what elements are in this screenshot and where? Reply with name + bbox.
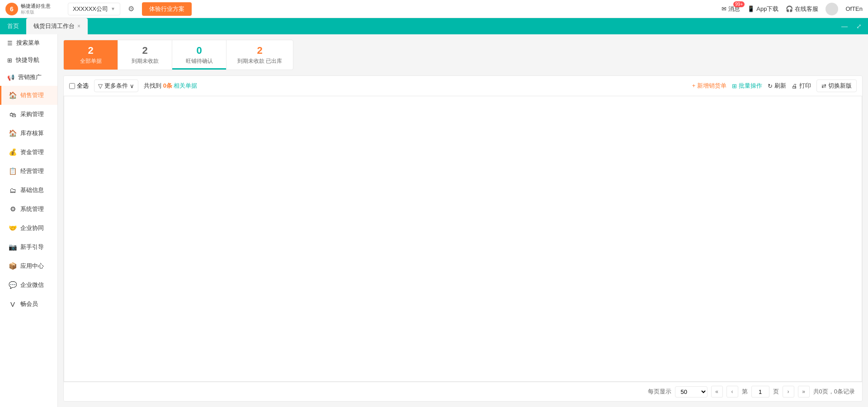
sidebar-search[interactable]: ☰ 搜索菜单 bbox=[0, 34, 57, 51]
sidebar-item-sales[interactable]: 🏠 销售管理 bbox=[0, 86, 57, 105]
stats-tab-all[interactable]: 2 全部单据 bbox=[64, 40, 118, 70]
select-all-label: 全选 bbox=[77, 82, 89, 90]
stats-wangpu-num: 0 bbox=[183, 45, 215, 56]
toolbar-left: 全选 ▽ 更多条件 ∨ 共找到 0条 相关单据 bbox=[69, 80, 197, 92]
main-content: 2 全部单据 2 到期未收款 0 旺铺待确认 2 到期未收款 已出库 bbox=[58, 34, 868, 407]
sidebar-promo[interactable]: 📢 营销推广 bbox=[0, 69, 57, 86]
toolbar: 全选 ▽ 更多条件 ∨ 共找到 0条 相关单据 bbox=[64, 76, 862, 96]
sidebar-label-appstore: 应用中心 bbox=[20, 262, 44, 270]
sidebar-label-guide: 新手引导 bbox=[20, 243, 44, 251]
online-service-label: 在线客服 bbox=[795, 5, 818, 13]
sidebar-label-weixin: 企业微信 bbox=[20, 281, 44, 289]
page-label: 第 bbox=[742, 388, 748, 396]
batch-button[interactable]: ⊞ 批量操作 bbox=[732, 82, 762, 90]
settings-button[interactable]: ⚙ bbox=[125, 3, 137, 15]
guide-icon: 📷 bbox=[9, 243, 17, 251]
empty-area bbox=[64, 96, 862, 277]
stats-shipped-num: 2 bbox=[237, 45, 282, 56]
table-container bbox=[64, 96, 862, 382]
app-download-button[interactable]: 📱 App下载 bbox=[747, 5, 778, 13]
print-button[interactable]: 🖨 打印 bbox=[792, 82, 811, 90]
stats-overdue-num: 2 bbox=[129, 45, 161, 56]
page-input[interactable] bbox=[751, 386, 769, 398]
found-count: 0条 bbox=[163, 82, 172, 89]
sidebar-label-member: 畅会员 bbox=[20, 300, 38, 308]
sidebar-item-inventory[interactable]: 🏠 库存核算 bbox=[0, 124, 57, 143]
batch-label: 批量操作 bbox=[739, 82, 762, 90]
sidebar-item-guide[interactable]: 📷 新手引导 bbox=[0, 238, 57, 257]
filter-chevron-icon: ∨ bbox=[130, 83, 134, 89]
stats-tabs: 2 全部单据 2 到期未收款 0 旺铺待确认 2 到期未收款 已出库 bbox=[63, 40, 293, 70]
pagination: 每页显示 50 100 200 « ‹ 第 页 › » 共0页，0条记录 bbox=[64, 382, 862, 401]
last-page-button[interactable]: » bbox=[798, 386, 810, 398]
select-all-checkbox[interactable]: 全选 bbox=[69, 82, 89, 90]
refresh-button[interactable]: ↻ 刷新 bbox=[768, 82, 786, 90]
logo-subtitle: 标准版 bbox=[21, 9, 51, 15]
sidebar-item-capital[interactable]: 💰 资金管理 bbox=[0, 143, 57, 162]
sidebar-item-enterprise[interactable]: 🤝 企业协同 bbox=[0, 219, 57, 238]
stats-shipped-label: 到期未收款 已出库 bbox=[237, 57, 282, 65]
search-label: 搜索菜单 bbox=[16, 39, 40, 47]
gear-icon: ⚙ bbox=[128, 5, 134, 13]
per-page-select[interactable]: 50 100 200 bbox=[675, 386, 708, 398]
sidebar-item-basic[interactable]: 🗂 基础信息 bbox=[0, 181, 57, 200]
stats-tab-shipped[interactable]: 2 到期未收款 已出库 bbox=[226, 40, 293, 70]
select-all-input[interactable] bbox=[69, 83, 75, 89]
avatar bbox=[826, 3, 838, 15]
experience-button[interactable]: 体验行业方案 bbox=[142, 2, 192, 16]
headset-icon: 🎧 bbox=[786, 5, 793, 12]
sidebar-item-appstore[interactable]: 📦 应用中心 bbox=[0, 257, 57, 276]
top-bar-right: ✉ 消息 99+ 📱 App下载 🎧 在线客服 OfTEn bbox=[722, 3, 863, 15]
user-name: OfTEn bbox=[845, 5, 863, 12]
sidebar-label-inventory: 库存核算 bbox=[20, 129, 44, 137]
print-icon: 🖨 bbox=[792, 83, 797, 89]
filter-button[interactable]: ▽ 更多条件 ∨ bbox=[94, 80, 138, 92]
stats-all-label: 全部单据 bbox=[75, 57, 107, 65]
batch-icon: ⊞ bbox=[732, 83, 737, 89]
sidebar-label-sales: 销售管理 bbox=[20, 91, 44, 99]
sidebar-quick-nav[interactable]: ⊞ 快捷导航 bbox=[0, 51, 57, 69]
operation-icon: 📋 bbox=[9, 167, 17, 175]
sidebar-item-system[interactable]: ⚙ 系统管理 bbox=[0, 200, 57, 219]
sidebar-item-weixin[interactable]: 💬 企业微信 bbox=[0, 276, 57, 295]
search-icon: ☰ bbox=[7, 40, 13, 47]
top-bar-left: 6 畅捷通好生意 标准版 XXXXXX公司 ▼ ⚙ 体验行业方案 bbox=[5, 2, 192, 16]
tab-home-label: 首页 bbox=[7, 22, 19, 30]
content-area: 2 全部单据 2 到期未收款 0 旺铺待确认 2 到期未收款 已出库 bbox=[58, 34, 868, 407]
enterprise-icon: 🤝 bbox=[9, 224, 17, 232]
system-icon: ⚙ bbox=[9, 205, 17, 213]
company-selector[interactable]: XXXXXX公司 ▼ bbox=[68, 3, 120, 15]
top-bar: 6 畅捷通好生意 标准版 XXXXXX公司 ▼ ⚙ 体验行业方案 ✉ 消息 99… bbox=[0, 0, 868, 18]
sidebar-item-purchase[interactable]: 🛍 采购管理 bbox=[0, 105, 57, 124]
found-prefix: 共找到 bbox=[144, 82, 161, 89]
capital-icon: 💰 bbox=[9, 148, 17, 156]
main-layout: ☰ 搜索菜单 ⊞ 快捷导航 📢 营销推广 🏠 销售管理 🛍 采购管理 🏠 库存核… bbox=[0, 34, 868, 407]
phone-icon: 📱 bbox=[747, 5, 755, 12]
stats-tab-overdue[interactable]: 2 到期未收款 bbox=[118, 40, 172, 70]
tab-cashflow[interactable]: 钱货日清工作台 × bbox=[26, 18, 88, 34]
online-service-button[interactable]: 🎧 在线客服 bbox=[786, 5, 818, 13]
logo-icon: 6 bbox=[5, 3, 18, 15]
minimize-button[interactable]: — bbox=[839, 21, 850, 32]
switch-version-button[interactable]: ⇄ 切换新版 bbox=[816, 80, 857, 92]
stats-tab-wangpu[interactable]: 0 旺铺待确认 bbox=[172, 40, 226, 70]
tab-home[interactable]: 首页 bbox=[0, 18, 26, 34]
total-info: 共0页，0条记录 bbox=[813, 388, 855, 396]
prev-page-button[interactable]: ‹ bbox=[726, 386, 738, 398]
stats-wangpu-label: 旺铺待确认 bbox=[183, 57, 215, 65]
new-order-button[interactable]: + 新增销货单 bbox=[692, 82, 726, 90]
found-link[interactable]: 相关单据 bbox=[174, 82, 197, 89]
logo-title: 畅捷通好生意 bbox=[21, 3, 51, 9]
filter-icon: ▽ bbox=[98, 83, 103, 89]
sidebar-item-operation[interactable]: 📋 经营管理 bbox=[0, 162, 57, 181]
message-button[interactable]: ✉ 消息 99+ bbox=[722, 5, 740, 13]
sidebar-item-member[interactable]: V 畅会员 bbox=[0, 295, 57, 313]
first-page-button[interactable]: « bbox=[711, 386, 723, 398]
sales-icon: 🏠 bbox=[9, 91, 17, 99]
refresh-label: 刷新 bbox=[774, 82, 786, 90]
maximize-button[interactable]: ⤢ bbox=[854, 21, 864, 32]
next-page-button[interactable]: › bbox=[783, 386, 794, 398]
sidebar-label-basic: 基础信息 bbox=[20, 186, 44, 194]
print-label: 打印 bbox=[799, 82, 811, 90]
close-tab-icon[interactable]: × bbox=[77, 23, 80, 29]
